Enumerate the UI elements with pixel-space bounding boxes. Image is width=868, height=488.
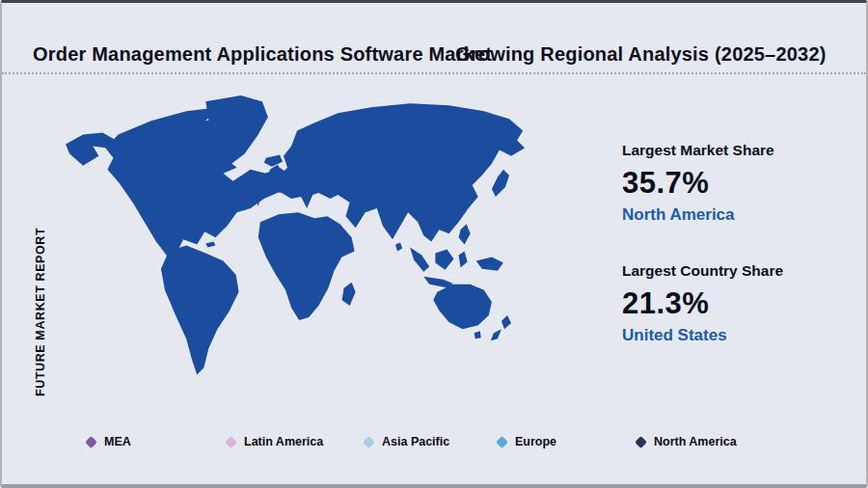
report-frame: Order Management Applications Software M… (0, 0, 868, 488)
stat-label: Largest Country Share (622, 262, 854, 280)
legend-item-mea: MEA (87, 435, 131, 448)
landmass-africa (258, 212, 355, 320)
title-regional-analysis: Growing Regional Analysis (2025–2032) (455, 43, 827, 66)
stat-region: United States (622, 326, 854, 345)
landmass-new-zealand (491, 315, 511, 340)
world-map (58, 86, 622, 423)
landmass-borneo (435, 249, 453, 269)
legend-label: MEA (104, 435, 131, 448)
landmass-south-america (161, 245, 239, 374)
legend-label: North America (654, 435, 737, 448)
stats-panel: Largest Market Share 35.7% North America… (622, 142, 854, 383)
legend-label: Europe (515, 435, 556, 448)
landmass-sumatra (410, 247, 429, 271)
legend-label: Asia Pacific (382, 435, 449, 448)
stat-largest-country-share: Largest Country Share 21.3% United State… (622, 262, 854, 345)
landmass-japan (492, 170, 509, 197)
legend-item-north-america: North America (637, 435, 737, 448)
legend-marker-icon (225, 436, 237, 448)
dotted-separator (2, 72, 866, 74)
landmass-madagascar (342, 283, 356, 306)
watermark-future-market-report: FUTURE MARKET REPORT (34, 223, 47, 400)
landmass-cuba (205, 241, 215, 247)
legend-marker-icon (363, 436, 375, 448)
landmass-iceland (264, 155, 283, 167)
landmass-sulawesi (459, 251, 468, 267)
title-market-name: Order Management Applications Software M… (33, 43, 492, 66)
legend-marker-icon (635, 436, 647, 448)
landmass-tasmania (475, 331, 481, 339)
stat-value: 35.7% (622, 168, 854, 198)
landmass-sri-lanka (395, 242, 402, 251)
stat-region: North America (622, 205, 854, 225)
legend-item-asia-pacific: Asia Pacific (365, 435, 449, 448)
stat-label: Largest Market Share (622, 142, 854, 159)
landmass-new-guinea (476, 258, 503, 271)
legend-item-latin-america: Latin America (227, 435, 323, 448)
legend-marker-icon (85, 436, 97, 448)
landmass-java (423, 277, 452, 288)
world-map-svg (58, 86, 622, 423)
stat-value: 21.3% (622, 288, 854, 318)
legend-label: Latin America (244, 435, 323, 448)
landmass-philippines (459, 224, 471, 244)
legend-item-europe: Europe (498, 435, 556, 448)
landmass-australia (433, 285, 492, 329)
stat-largest-market-share: Largest Market Share 35.7% North America (622, 142, 854, 225)
legend-marker-icon (496, 436, 508, 448)
